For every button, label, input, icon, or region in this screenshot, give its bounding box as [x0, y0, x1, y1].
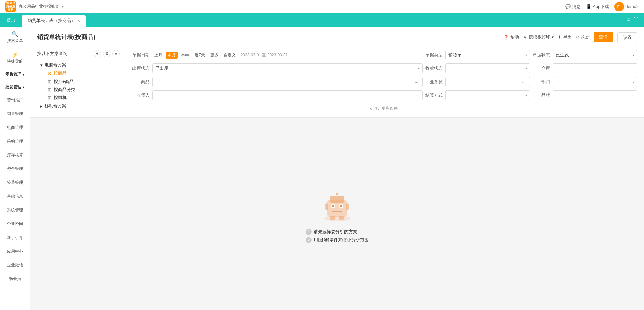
sidebar-item-operations[interactable]: 经营管理 [0, 176, 30, 190]
sidebar-item-basic-info[interactable]: 基础信息 [0, 190, 30, 203]
goods-label: 商品 [129, 79, 150, 85]
svg-rect-9 [346, 203, 349, 210]
collapse-bar[interactable]: ∧ 收起更多条件 [129, 104, 637, 113]
tab-minimize-btn[interactable]: ⊟ [626, 17, 631, 23]
tree-desktop-scheme[interactable]: ▾ 电脑端方案 [37, 61, 120, 69]
page-title: 销货单统计表(按商品) [37, 33, 95, 41]
payment-status-label: 收款状态 [423, 65, 443, 71]
svg-rect-10 [330, 216, 335, 220]
tab-close-btn[interactable]: × [77, 18, 80, 23]
settle-input[interactable]: ▾ [445, 90, 530, 100]
doc-status-label: 单据状态 [530, 52, 550, 58]
refresh-btn[interactable]: ↺ 刷新 [576, 34, 590, 40]
top-bar-left: 畅捷信好生意 标版 办公用品行业模拟账套 ▾ [5, 1, 64, 12]
sidebar-item-sales[interactable]: 销售管理 [0, 107, 30, 121]
tip-num-1: 1 [306, 229, 312, 235]
sidebar-item-ecommerce[interactable]: 电商管理 [0, 121, 30, 135]
date-btn-custom[interactable]: 自定义 [222, 52, 238, 59]
sidebar-item-purchase[interactable]: 采购管理 [0, 135, 30, 148]
query-button[interactable]: 查询 [594, 32, 613, 42]
settings-button[interactable]: 设置 [617, 32, 637, 43]
tree-item-by-category[interactable]: ⊞ 按商品分类 [45, 86, 120, 94]
sidebar-item-app-center[interactable]: 应用中心 [0, 245, 30, 258]
tree-children: ⊙ 按商品 ⊞ 按月+商品 ⊞ 按商品分类 [37, 69, 120, 102]
tree-item-by-driver[interactable]: ⊞ 按司机 [45, 94, 120, 102]
sidebar-item-wholesale[interactable]: 批发管理 ▴ [0, 81, 30, 93]
warehouse-dots[interactable]: ··· [628, 66, 634, 71]
sidebar-item-membership[interactable]: 畅会员 [0, 272, 30, 286]
payment-status-caret-icon: ▾ [525, 67, 527, 70]
sidebar-quick-nav[interactable]: ⚡ 快捷导航 [0, 48, 30, 68]
tip-num-2: 2 [306, 237, 312, 243]
empty-tip-2: 2 用[过滤]条件来缩小分析范围 [306, 237, 368, 243]
svg-rect-7 [332, 211, 342, 212]
date-btn-more[interactable]: 更多 [208, 52, 220, 59]
dept-input[interactable]: ▾ [553, 77, 637, 87]
settle-field: 结算方式 ▾ [423, 90, 530, 100]
empty-state: 1 请先选择要分析的方案 2 用[过滤]条件来缩小分析范围 [30, 118, 644, 310]
retail-arrow-icon: ▾ [23, 73, 24, 76]
doc-status-filter-field: 单据状态 已生效 ▾ [530, 50, 637, 60]
date-btn-this-month[interactable]: 本月 [166, 52, 178, 59]
message-icon: 💬 [565, 4, 571, 9]
receiver-input[interactable]: ··· [152, 90, 423, 100]
filter-row-3: 商品 ··· 业务员 ··· [129, 77, 637, 87]
sidebar-item-retail[interactable]: 零售管理 ▾ [0, 68, 30, 81]
sidebar-item-enterprise[interactable]: 企业协同 [0, 217, 30, 231]
goods-input[interactable]: ··· [152, 77, 423, 87]
brand-dots[interactable]: ··· [628, 93, 634, 98]
doc-type-caret-icon: ▾ [525, 53, 527, 57]
warehouse-input[interactable]: ··· [553, 63, 637, 73]
svg-rect-2 [330, 196, 344, 203]
date-btn-this-year[interactable]: 本年 [179, 52, 191, 59]
top-bar: 畅捷信好生意 标版 办公用品行业模拟账套 ▾ 💬 消息 📱 App下载 Ea d… [0, 0, 644, 13]
doc-type-input[interactable]: 销货单 ▾ [445, 50, 530, 60]
tab-home[interactable]: 首页 [0, 13, 22, 27]
user-avatar[interactable]: Ea demo2 [614, 2, 639, 11]
tab-active[interactable]: 销货单统计表（按商品） × [22, 15, 86, 27]
payment-status-input[interactable]: ▾ [445, 63, 530, 73]
print-btn[interactable]: 🖨 按模板打印 ▾ [523, 34, 554, 40]
tab-bar: 首页 销货单统计表（按商品） × ⊟ ⛶ [0, 13, 644, 27]
sidebar-item-wechat[interactable]: 企业微信 [0, 258, 30, 272]
filter-row-4: 收货人 ··· 结算方式 ▾ [129, 90, 637, 100]
scheme-actions: + ⚙ « [94, 50, 120, 57]
salesperson-label: 业务员 [423, 79, 443, 85]
collapse-scheme-btn[interactable]: « [112, 50, 120, 57]
nav-icon: ⚡ [12, 52, 18, 58]
brand-input[interactable]: ··· [553, 90, 637, 100]
tab-fullscreen-btn[interactable]: ⛶ [633, 17, 639, 23]
add-scheme-btn[interactable]: + [94, 50, 101, 57]
date-btn-7days[interactable]: 近7天 [193, 52, 207, 59]
edit-scheme-btn[interactable]: ⚙ [103, 50, 110, 57]
warehouse-field: 仓库 ··· [530, 63, 637, 73]
help-btn[interactable]: ❓ 帮助 [503, 34, 519, 40]
app-download-btn[interactable]: 📱 App下载 [586, 4, 609, 10]
dropdown-icon[interactable]: ▾ [62, 4, 64, 9]
tree-item-by-month-goods[interactable]: ⊞ 按月+商品 [45, 78, 120, 86]
date-btn-last-month[interactable]: 上月 [152, 52, 164, 59]
salesperson-input[interactable]: ··· [445, 77, 530, 87]
salesperson-field: 业务员 ··· [423, 77, 530, 87]
dept-caret-icon: ▾ [633, 80, 634, 84]
filter-layout: 按以下方案查询 + ⚙ « ▾ 电脑端方案 [37, 50, 637, 113]
sidebar-search-menu[interactable]: 🔍 搜索菜单 [0, 27, 30, 48]
sidebar-item-guide[interactable]: 新手引导 [0, 231, 30, 245]
tree-item-by-goods[interactable]: ⊙ 按商品 [45, 69, 120, 78]
receiver-label: 收货人 [129, 92, 150, 98]
brand-field: 品牌 ··· [530, 90, 637, 100]
warehouse-status-input[interactable]: 已出库 ▾ [152, 63, 423, 73]
message-btn[interactable]: 💬 消息 [565, 4, 581, 10]
help-icon: ❓ [503, 35, 509, 40]
doc-status-input[interactable]: 已生效 ▾ [553, 50, 637, 60]
receiver-dots[interactable]: ··· [413, 93, 420, 98]
salesperson-dots[interactable]: ··· [521, 80, 527, 85]
sidebar-item-marketing[interactable]: 营销推广 [0, 93, 30, 107]
sidebar-item-finance[interactable]: 资金管理 [0, 162, 30, 176]
sidebar-item-inventory[interactable]: 库存核算 [0, 148, 30, 162]
tree-mobile-scheme[interactable]: ▸ 移动端方案 [37, 102, 120, 110]
goods-dots[interactable]: ··· [413, 80, 420, 85]
sidebar-item-system[interactable]: 系统管理 [0, 203, 30, 217]
filter-panel: 按以下方案查询 + ⚙ « ▾ 电脑端方案 [30, 46, 644, 118]
export-btn[interactable]: ⬇ 导出 [558, 34, 572, 40]
